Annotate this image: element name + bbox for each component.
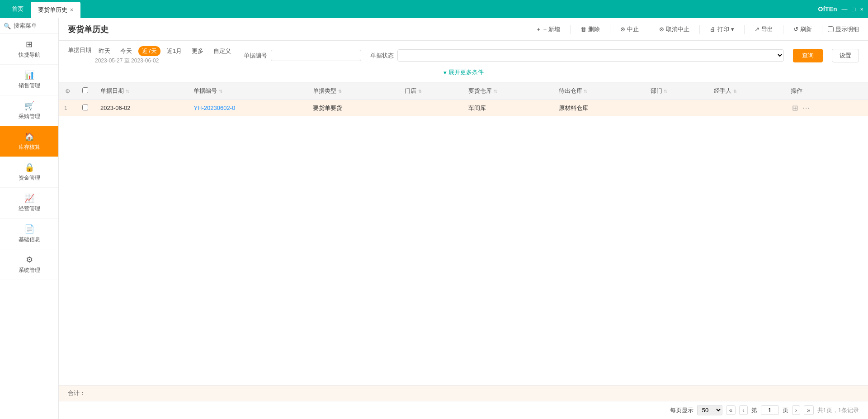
tag-custom[interactable]: 自定义 [210,46,235,56]
select-all-checkbox[interactable] [82,87,88,93]
sort-department-icon[interactable]: ⇅ [664,89,667,94]
sort-type-icon[interactable]: ⇅ [338,89,342,94]
tab-home[interactable]: 首页 [5,0,31,18]
filter-row-1: 单据日期 昨天 今天 近7天 近1月 更多 自定义 2023-05-27 至 2… [68,46,859,65]
cell-req-warehouse: 车间库 [463,100,553,116]
sidebar-item-finance[interactable]: 🔒 资金管理 [0,157,58,188]
sidebar-item-sales-label: 销售管理 [19,82,40,90]
divider4 [699,25,700,34]
sidebar-item-sales[interactable]: 📊 销售管理 [0,65,58,95]
column-settings-icon[interactable]: ⚙ [64,88,71,95]
sidebar-item-basic[interactable]: 📄 基础信息 [0,219,58,249]
cell-store [399,100,463,116]
per-page-select[interactable]: 10 20 50 100 [697,405,722,415]
page-actions: ＋ + 新增 🗑 删除 ⊗ 中止 ⊗ 取消中止 [531,24,859,35]
display-detail-checkbox[interactable] [828,26,834,32]
date-filter-group: 单据日期 昨天 今天 近7天 近1月 更多 自定义 2023-05-27 至 2… [68,46,235,65]
search-icon: 🔍 [4,23,11,29]
row-more-icon[interactable]: ⋯ [802,104,810,112]
sidebar-item-system[interactable]: ⚙ 系统管理 [0,249,58,280]
sales-icon: 📊 [24,70,34,80]
display-detail-toggle[interactable]: 显示明细 [828,25,859,33]
sidebar-item-inventory[interactable]: 🏠 库存核算 [0,126,58,157]
tab-active-label: 要货单历史 [38,6,67,14]
row-edit-icon[interactable]: ⊞ [792,104,798,112]
th-type: 单据类型 ⇅ [307,82,399,100]
tab-home-label: 首页 [12,5,24,13]
sidebar-item-purchase[interactable]: 🛒 采购管理 [0,95,58,126]
sort-handler-icon[interactable]: ⇅ [733,89,737,94]
th-store: 门店 ⇅ [399,82,463,100]
delete-button[interactable]: 🗑 删除 [576,24,604,35]
sort-req-warehouse-icon[interactable]: ⇅ [494,89,497,94]
tag-today[interactable]: 今天 [117,46,136,56]
pagination: 每页显示 10 20 50 100 « ‹ 第 页 › » 共1页，1条记录 [59,401,868,419]
doc-number-link[interactable]: YH-20230602-0 [193,105,235,111]
sidebar-item-finance-label: 资金管理 [19,174,40,182]
summary-label: 合计： [68,390,85,396]
stop-icon: ⊗ [620,26,625,33]
next-page-button[interactable]: › [792,405,800,415]
tag-yesterday[interactable]: 昨天 [95,46,114,56]
print-icon: 🖨 [710,26,716,33]
tag-more[interactable]: 更多 [188,46,207,56]
prev-page-button[interactable]: ‹ [739,405,747,415]
sidebar-search[interactable]: 🔍 搜索菜单 [0,18,58,34]
cell-num: 1 [59,100,77,116]
finance-icon: 🔒 [24,162,34,172]
top-bar: 首页 要货单历史 × OfTEn — □ × [0,0,868,18]
divider1 [570,25,571,34]
tab-active[interactable]: 要货单历史 × [31,2,80,18]
first-page-button[interactable]: « [726,405,736,415]
cell-number: YH-20230602-0 [188,100,307,116]
window-minimize[interactable]: — [842,6,848,13]
export-button[interactable]: ↗ 导出 [750,24,778,35]
refresh-icon: ↺ [793,26,798,33]
top-bar-right: OfTEn — □ × [815,5,863,13]
doc-status-select-wrap [397,49,784,62]
divider5 [744,25,745,34]
th-operation: 操作 [785,82,868,100]
tag-1month[interactable]: 近1月 [163,46,185,56]
system-icon: ⚙ [26,255,33,265]
doc-number-filter: 单据编号 [244,50,361,61]
tab-close-icon[interactable]: × [70,7,73,13]
page-suffix: 页 [783,406,788,414]
tag-7days[interactable]: 近7天 [138,46,160,56]
new-button[interactable]: ＋ + 新增 [531,24,565,35]
cancel-stop-icon: ⊗ [659,26,664,33]
sidebar-item-system-label: 系统管理 [19,267,40,274]
main-table: ⚙ 单据日期 ⇅ 单据编号 ⇅ [59,82,868,116]
sidebar-item-inventory-label: 库存核算 [19,143,40,151]
sort-pending-warehouse-icon[interactable]: ⇅ [584,89,587,94]
cancel-stop-button[interactable]: ⊗ 取消中止 [655,24,694,35]
cell-pending-warehouse: 原材料仓库 [553,100,645,116]
th-pending-warehouse: 待出仓库 ⇅ [553,82,645,100]
window-close[interactable]: × [860,6,863,13]
sort-number-icon[interactable]: ⇅ [219,89,222,94]
th-checkbox [77,82,95,100]
doc-status-select[interactable] [397,49,784,62]
row-checkbox[interactable] [82,105,88,110]
sort-store-icon[interactable]: ⇅ [418,89,422,94]
expand-label: 展开更多条件 [448,68,484,76]
sort-date-icon[interactable]: ⇅ [126,89,129,94]
query-button[interactable]: 查询 [793,49,823,62]
stop-button[interactable]: ⊗ 中止 [616,24,643,35]
sidebar-item-operation[interactable]: 📈 经营管理 [0,188,58,219]
expand-more-button[interactable]: ▾ 展开更多条件 [443,68,484,76]
th-date: 单据日期 ⇅ [95,82,188,100]
doc-number-input[interactable] [271,50,361,61]
window-maximize[interactable]: □ [852,6,856,13]
print-button[interactable]: 🖨 打印 ▾ [705,24,739,35]
sidebar: 🔍 搜索菜单 ⊞ 快捷导航 📊 销售管理 🛒 采购管理 🏠 库存核算 🔒 资金管… [0,18,59,419]
doc-status-label: 单据状态 [370,52,394,60]
sidebar-item-shortcut[interactable]: ⊞ 快捷导航 [0,34,58,65]
last-page-button[interactable]: » [804,405,813,415]
settings-button[interactable]: 设置 [832,49,859,62]
expand-row: ▾ 展开更多条件 [68,68,859,76]
cell-type: 要货单要货 [307,100,399,116]
divider7 [822,25,822,34]
refresh-button[interactable]: ↺ 刷新 [789,24,816,35]
page-input[interactable] [761,405,779,415]
